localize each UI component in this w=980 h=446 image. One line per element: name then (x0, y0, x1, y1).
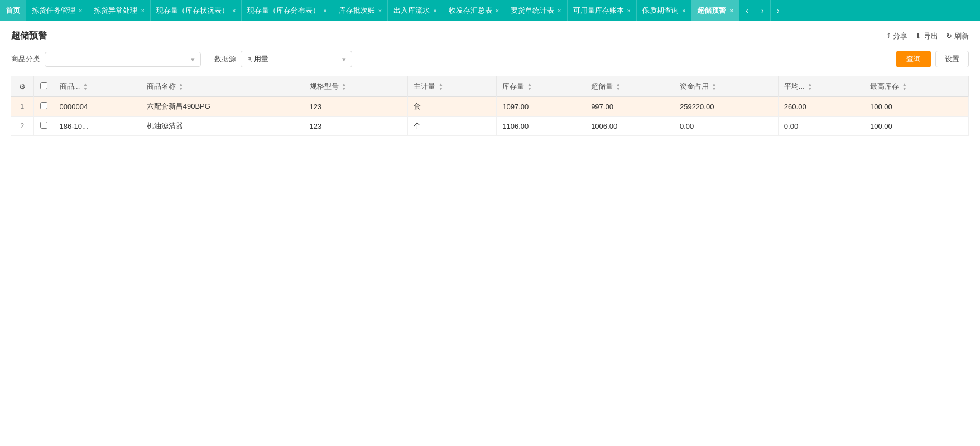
stock-qty: 1097.00 (497, 97, 585, 117)
col-product-name[interactable]: 商品名称 ▲▼ (141, 76, 304, 97)
nav-order-stat[interactable]: 要货单统计表 × (505, 0, 567, 21)
page-header: 超储预警 ⤴ 分享 ⬇ 导出 ↻ 刷新 (11, 30, 969, 42)
nav-exception[interactable]: 拣货异常处理 × (88, 0, 150, 21)
datasource-select[interactable]: 可用量 ▾ (241, 51, 352, 67)
page-content: 超储预警 ⤴ 分享 ⬇ 导出 ↻ 刷新 商品分类 ▾ 数据源 (0, 21, 980, 145)
sort-capital-usage: ▲▼ (712, 83, 717, 91)
product-category-arrow: ▾ (191, 55, 195, 64)
col-stock-qty[interactable]: 库存量 ▲▼ (497, 76, 585, 97)
filter-actions: 查询 设置 (896, 51, 969, 67)
share-button[interactable]: ⤴ 分享 (887, 31, 907, 41)
col-unit[interactable]: 主计量 ▲▼ (408, 76, 497, 97)
capital-usage: 259220.00 (674, 97, 778, 117)
spec: 123 (304, 117, 408, 136)
sort-unit: ▲▼ (439, 83, 443, 91)
page-title: 超储预警 (11, 30, 47, 42)
col-avg[interactable]: 平均... ▲▼ (778, 76, 864, 97)
col-max-stock[interactable]: 最高库存 ▲▼ (864, 76, 969, 97)
refresh-icon: ↻ (946, 32, 952, 40)
sort-overstock-qty: ▲▼ (616, 83, 621, 91)
sort-max-stock: ▲▼ (902, 83, 907, 91)
nav-summary[interactable]: 收发存汇总表 × (443, 0, 505, 21)
nav-task-mgmt[interactable]: 拣货任务管理 × (26, 0, 88, 21)
spec: 123 (304, 97, 408, 117)
export-button[interactable]: ⬇ 导出 (915, 31, 938, 41)
product-category-filter: 商品分类 ▾ (11, 52, 201, 67)
nav-home[interactable]: 首页 (0, 0, 26, 21)
product-category-select[interactable]: ▾ (45, 52, 201, 67)
datasource-label: 数据源 (214, 54, 236, 64)
overstock-qty: 1006.00 (585, 117, 674, 136)
row-checkbox-1[interactable] (40, 122, 47, 129)
row-checkbox-0[interactable] (40, 102, 47, 109)
query-button[interactable]: 查询 (896, 51, 931, 67)
col-spec[interactable]: 规格型号 ▲▼ (304, 76, 408, 97)
product-name: 机油滤清器 (141, 117, 304, 136)
row-number: 2 (11, 117, 33, 136)
filter-bar: 商品分类 ▾ 数据源 可用量 ▾ 查询 设置 (11, 51, 969, 67)
max-stock: 100.00 (864, 117, 969, 136)
sort-avg: ▲▼ (808, 83, 812, 91)
close-stock-status[interactable]: × (232, 7, 236, 14)
close-stock-dist[interactable]: × (323, 7, 326, 14)
export-icon: ⬇ (915, 32, 921, 40)
col-product-code[interactable]: 商品... ▲▼ (54, 76, 141, 97)
nav-expiry-query[interactable]: 保质期查询 × (637, 0, 691, 21)
nav-next-arrow[interactable]: › (755, 0, 771, 21)
stock-qty: 1106.00 (497, 117, 585, 136)
close-inout-flow[interactable]: × (433, 7, 436, 14)
close-order-stat[interactable]: × (558, 7, 561, 14)
top-nav: 首页 拣货任务管理 × 拣货异常处理 × 现存量（库存状况表） × 现存量（库存… (0, 0, 980, 21)
close-available-ledger[interactable]: × (627, 7, 631, 14)
table-header-row: ⚙ 商品... ▲▼ 商品名称 ▲▼ 规格型号 ▲▼ 主计 (11, 76, 969, 97)
unit: 个 (408, 117, 497, 136)
col-checkbox (33, 76, 54, 97)
unit: 套 (408, 97, 497, 117)
avg: 260.00 (778, 97, 864, 117)
nav-stock-status[interactable]: 现存量（库存状况表） × (151, 0, 242, 21)
close-expiry-query[interactable]: × (682, 7, 685, 14)
select-all-checkbox[interactable] (40, 82, 47, 89)
sort-product-code: ▲▼ (83, 83, 88, 91)
row-number: 1 (11, 97, 33, 117)
avg: 0.00 (778, 117, 864, 136)
datasource-filter: 数据源 可用量 ▾ (214, 51, 352, 67)
max-stock: 100.00 (864, 97, 969, 117)
page-actions: ⤴ 分享 ⬇ 导出 ↻ 刷新 (887, 31, 969, 41)
table-row: 2 186-10... 机油滤清器 123 个 1106.00 1006.00 … (11, 117, 969, 136)
product-name: 六配套新昌490BPG (141, 97, 304, 117)
share-icon: ⤴ (887, 32, 891, 40)
datasource-value: 可用量 (247, 54, 268, 64)
col-capital-usage[interactable]: 资金占用 ▲▼ (674, 76, 778, 97)
settings-button[interactable]: 设置 (935, 51, 969, 67)
product-category-label: 商品分类 (11, 54, 40, 64)
nav-prev-arrow[interactable]: ‹ (739, 0, 755, 21)
close-task-mgmt[interactable]: × (79, 7, 82, 14)
col-settings[interactable]: ⚙ (11, 76, 33, 97)
row-checkbox-cell (33, 97, 54, 117)
datasource-arrow: ▾ (342, 55, 346, 64)
close-exception[interactable]: × (141, 7, 144, 14)
sort-stock-qty: ▲▼ (527, 83, 532, 91)
close-overstock-warning[interactable]: × (729, 7, 733, 14)
nav-inout-flow[interactable]: 出入库流水 × (388, 0, 443, 21)
table-row: 1 0000004 六配套新昌490BPG 123 套 1097.00 997.… (11, 97, 969, 117)
settings-icon[interactable]: ⚙ (19, 83, 26, 91)
row-checkbox-cell (33, 117, 54, 136)
sort-spec: ▲▼ (342, 83, 346, 91)
sort-product-name: ▲▼ (179, 83, 183, 91)
product-code: 0000004 (54, 97, 141, 117)
nav-batch-ledger[interactable]: 库存批次账 × (333, 0, 388, 21)
nav-overstock-warning[interactable]: 超储预警 × (691, 0, 739, 21)
col-overstock-qty[interactable]: 超储量 ▲▼ (585, 76, 674, 97)
overstock-qty: 997.00 (585, 97, 674, 117)
nav-more-arrow[interactable]: › (771, 0, 786, 21)
nav-stock-dist[interactable]: 现存量（库存分布表） × (242, 0, 333, 21)
close-batch-ledger[interactable]: × (378, 7, 382, 14)
capital-usage: 0.00 (674, 117, 778, 136)
nav-available-ledger[interactable]: 可用量库存账本 × (568, 0, 637, 21)
data-table: ⚙ 商品... ▲▼ 商品名称 ▲▼ 规格型号 ▲▼ 主计 (11, 76, 969, 136)
refresh-button[interactable]: ↻ 刷新 (946, 31, 969, 41)
product-code: 186-10... (54, 117, 141, 136)
close-summary[interactable]: × (496, 7, 499, 14)
